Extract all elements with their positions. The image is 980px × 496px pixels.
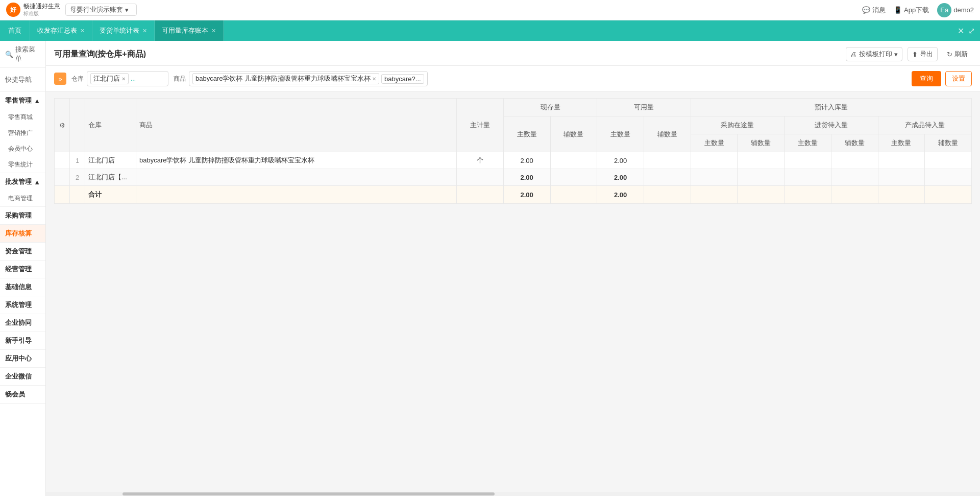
finance-label: 资金管理 (5, 247, 32, 256)
sidebar-section-retail-header[interactable]: 零售管理 ▲ (0, 92, 45, 109)
warehouse-more-btn[interactable]: ... (131, 75, 136, 82)
export-button[interactable]: ⬆ 导出 (908, 47, 938, 61)
print-button[interactable]: 🖨 按模板打印 ▾ (846, 47, 902, 61)
expand-icon[interactable]: ⤢ (968, 26, 975, 36)
warehouse-filter-label: 仓库 (71, 75, 84, 83)
tab-order-stats-close[interactable]: ✕ (142, 28, 147, 34)
sidebar-item-basic[interactable]: 基础信息 (0, 278, 45, 296)
cell-settings-2[interactable] (55, 169, 70, 186)
sidebar-item-quick-nav[interactable]: 快捷导航 (0, 71, 45, 88)
product-tag-1: babycare学饮杯 儿童防摔防撞吸管杯重力球吸嘴杯宝宝水杯 ✕ (192, 73, 379, 84)
logo-text-block: 畅捷通好生意 标准版 (23, 3, 60, 17)
sidebar-item-inventory[interactable]: 库存核算 (0, 225, 45, 242)
sidebar-section-wholesale-header[interactable]: 批发管理 ▲ (0, 173, 45, 191)
col-product-header: 商品 (136, 99, 457, 152)
close-all-tabs-icon[interactable]: ✕ (958, 26, 964, 36)
cell-product-1: babycare学饮杯 儿童防摔防撞吸管杯重力球吸嘴杯宝宝水杯 (136, 152, 457, 169)
cell-production-main-2 (878, 169, 925, 186)
sidebar-item-ecommerce[interactable]: 电商管理 (0, 191, 45, 206)
total-incoming-aux (831, 186, 878, 204)
cell-warehouse-1: 江北门店 (85, 152, 136, 169)
cell-stock-main-2: 2.00 (503, 169, 550, 186)
export-label: 导出 (920, 50, 933, 59)
tab-available-stock[interactable]: 可用量库存账本 ✕ (155, 20, 224, 41)
refresh-button[interactable]: ↻ 刷新 (943, 48, 972, 61)
logo-icon: 好 (6, 3, 20, 17)
sidebar-item-system[interactable]: 系统管理 (0, 296, 45, 314)
table-row: 1 江北门店 babycare学饮杯 儿童防摔防撞吸管杯重力球吸嘴杯宝宝水杯 个… (55, 152, 972, 169)
warehouse-tag-container[interactable]: 江北门店 ✕ ... (87, 71, 168, 86)
cell-purchase-transit-main-2 (691, 169, 738, 186)
product-tag-1-text: babycare学饮杯 儿童防摔防撞吸管杯重力球吸嘴杯宝宝水杯 (195, 74, 371, 83)
tab-receipt-close[interactable]: ✕ (80, 28, 85, 34)
industry-selector[interactable]: 母婴行业演示账套 ▾ (65, 4, 137, 16)
sidebar-section-inventory: 库存核算 (0, 225, 45, 243)
filter-expand-button[interactable]: » (54, 73, 66, 85)
sidebar-section-wholesale: 批发管理 ▲ 电商管理 (0, 173, 45, 207)
query-button[interactable]: 查询 (912, 71, 941, 86)
sidebar-search[interactable]: 🔍 搜索菜单 (0, 41, 45, 68)
user-profile[interactable]: Ea demo2 (937, 3, 974, 17)
sidebar-section-retail: 零售管理 ▲ 零售商城 营销推广 会员中心 零售统计 (0, 92, 45, 173)
col-incoming-main-header: 主数量 (785, 134, 831, 152)
wholesale-label: 批发管理 (5, 177, 32, 186)
sidebar-section-wechat: 企业微信 (0, 368, 45, 386)
settings-button[interactable]: 设置 (945, 71, 972, 86)
refresh-label: 刷新 (954, 50, 968, 59)
sidebar-item-enterprise[interactable]: 企业协同 (0, 314, 45, 332)
sidebar-item-retail-stats[interactable]: 零售统计 (0, 157, 45, 173)
product-tag-container[interactable]: babycare学饮杯 儿童防摔防撞吸管杯重力球吸嘴杯宝宝水杯 ✕ babyca… (189, 71, 428, 86)
tab-home[interactable]: 首页 (0, 20, 30, 41)
cell-stock-main-1: 2.00 (503, 152, 550, 169)
cell-stock-aux-1 (550, 152, 597, 169)
mobile-icon: 📱 (894, 6, 902, 14)
total-purchase-transit-aux (738, 186, 785, 204)
top-bar-right: 💬 消息 📱 App下载 Ea demo2 (862, 3, 974, 17)
retail-label: 零售管理 (5, 96, 32, 105)
sidebar-item-member[interactable]: 畅会员 (0, 386, 45, 403)
horizontal-scrollbar[interactable] (46, 492, 980, 496)
sidebar-item-retail-mall[interactable]: 零售商城 (0, 109, 45, 125)
cell-stock-aux-2 (550, 169, 597, 186)
page-title: 可用量查询(按仓库+商品) (54, 49, 146, 60)
total-purchase-transit-main (691, 186, 738, 204)
tab-receipt[interactable]: 收发存汇总表 ✕ (30, 20, 92, 41)
sidebar-item-marketing[interactable]: 营销推广 (0, 125, 45, 141)
message-button[interactable]: 💬 消息 (862, 6, 886, 15)
sidebar-item-finance[interactable]: 资金管理 (0, 243, 45, 260)
cell-production-main-1 (878, 152, 925, 169)
appcenter-label: 应用中心 (5, 354, 32, 363)
tab-order-stats[interactable]: 要货单统计表 ✕ (92, 20, 155, 41)
cell-incoming-main-2 (785, 169, 831, 186)
sidebar-section-enterprise: 企业协同 (0, 314, 45, 332)
sidebar-item-wechat[interactable]: 企业微信 (0, 368, 45, 385)
top-bar: 好 畅捷通好生意 标准版 母婴行业演示账套 ▾ 💬 消息 📱 App下载 Ea … (0, 0, 980, 20)
member-label: 畅会员 (5, 390, 25, 399)
product-tag-2: babycare?... (381, 74, 424, 84)
page-header: 可用量查询(按仓库+商品) 🖨 按模板打印 ▾ ⬆ 导出 ↻ 刷新 (46, 41, 980, 66)
search-icon: 🔍 (5, 51, 13, 58)
warehouse-tag-close[interactable]: ✕ (121, 76, 126, 82)
app-download-button[interactable]: 📱 App下载 (894, 6, 929, 15)
scroll-thumb[interactable] (122, 492, 495, 495)
col-settings-header[interactable]: ⚙ (55, 99, 70, 152)
warehouse-tag-text: 江北门店 (93, 74, 120, 83)
system-label: 系统管理 (5, 300, 32, 310)
product-filter-label: 商品 (174, 75, 186, 83)
enterprise-label: 企业协同 (5, 318, 32, 327)
cell-settings-1[interactable] (55, 152, 70, 169)
quick-nav-label: 快捷导航 (5, 75, 32, 84)
product-tag-1-close[interactable]: ✕ (372, 76, 376, 82)
sidebar-item-members[interactable]: 会员中心 (0, 141, 45, 157)
tab-available-stock-close[interactable]: ✕ (211, 28, 216, 34)
col-rownum-header (70, 99, 85, 152)
total-stock-main: 2.00 (503, 186, 550, 204)
sidebar-item-purchase[interactable]: 采购管理 (0, 207, 45, 224)
sidebar-item-operation[interactable]: 经营管理 (0, 261, 45, 278)
sidebar-item-appcenter[interactable]: 应用中心 (0, 350, 45, 367)
sidebar-section-purchase: 采购管理 (0, 207, 45, 225)
sidebar-item-newuser[interactable]: 新手引导 (0, 332, 45, 349)
data-table: ⚙ 仓库 商品 主计量 现存量 可用量 预计入库量 主数量 辅数量 主数量 辅数… (54, 98, 972, 204)
col-unit-header: 主计量 (457, 99, 504, 152)
refresh-icon: ↻ (947, 51, 952, 58)
